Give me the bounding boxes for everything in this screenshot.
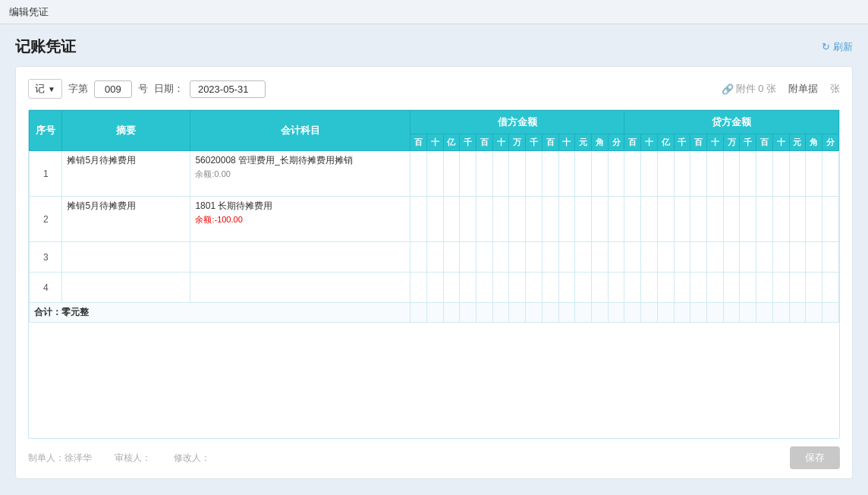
debit-cell-1-0[interactable] — [410, 197, 427, 242]
credit-cell-2-3[interactable] — [674, 242, 690, 273]
type-select-button[interactable]: 记 ▼ — [28, 79, 62, 99]
debit-cell-0-4[interactable] — [476, 151, 492, 197]
debit-cell-3-2[interactable] — [443, 273, 460, 303]
credit-cell-0-9[interactable] — [772, 151, 789, 197]
attach-single-label[interactable]: 附单据 — [788, 82, 818, 96]
debit-cell-0-6[interactable] — [509, 151, 526, 197]
credit-cell-2-10[interactable] — [789, 242, 806, 273]
debit-cell-2-7[interactable] — [526, 242, 542, 273]
credit-cell-3-9[interactable] — [772, 273, 789, 303]
debit-cell-0-9[interactable] — [558, 151, 575, 197]
debit-cell-2-9[interactable] — [558, 242, 575, 273]
debit-cell-2-5[interactable] — [492, 242, 509, 273]
credit-cell-1-3[interactable] — [674, 197, 690, 242]
debit-cell-3-0[interactable] — [410, 273, 427, 303]
debit-cell-0-2[interactable] — [443, 151, 460, 197]
debit-cell-2-3[interactable] — [460, 242, 476, 273]
account-cell-1[interactable]: 1801 长期待摊费用余额:-100.00 — [190, 197, 410, 242]
credit-cell-1-11[interactable] — [806, 197, 822, 242]
credit-cell-2-2[interactable] — [657, 242, 674, 273]
debit-cell-1-1[interactable] — [426, 197, 443, 242]
account-cell-2[interactable] — [190, 242, 410, 273]
debit-cell-2-12[interactable] — [608, 242, 624, 273]
attach-link[interactable]: 🔗 附件 0 张 — [722, 82, 776, 96]
debit-cell-1-7[interactable] — [526, 197, 542, 242]
debit-cell-3-11[interactable] — [591, 273, 608, 303]
debit-cell-3-7[interactable] — [526, 273, 542, 303]
credit-cell-1-2[interactable] — [657, 197, 674, 242]
debit-cell-2-1[interactable] — [426, 242, 443, 273]
debit-cell-3-1[interactable] — [426, 273, 443, 303]
credit-cell-0-4[interactable] — [690, 151, 707, 197]
debit-cell-3-4[interactable] — [476, 273, 492, 303]
account-cell-3[interactable] — [190, 273, 410, 303]
debit-cell-3-5[interactable] — [492, 273, 509, 303]
credit-cell-1-5[interactable] — [707, 197, 724, 242]
debit-cell-0-8[interactable] — [542, 151, 558, 197]
debit-cell-0-5[interactable] — [492, 151, 509, 197]
credit-cell-0-10[interactable] — [789, 151, 806, 197]
summary-cell-3[interactable] — [62, 273, 190, 303]
debit-cell-0-12[interactable] — [608, 151, 624, 197]
debit-cell-3-8[interactable] — [542, 273, 558, 303]
credit-cell-0-2[interactable] — [657, 151, 674, 197]
credit-cell-0-5[interactable] — [707, 151, 724, 197]
debit-cell-0-1[interactable] — [426, 151, 443, 197]
account-cell-0[interactable]: 56020008 管理费用_长期待摊费用摊销余额:0.00 — [190, 151, 410, 197]
debit-cell-2-6[interactable] — [509, 242, 526, 273]
credit-cell-0-12[interactable] — [822, 151, 839, 197]
debit-cell-2-2[interactable] — [443, 242, 460, 273]
credit-cell-1-7[interactable] — [740, 197, 756, 242]
debit-cell-1-10[interactable] — [575, 197, 592, 242]
debit-cell-1-11[interactable] — [591, 197, 608, 242]
credit-cell-3-0[interactable] — [624, 273, 641, 303]
credit-cell-3-12[interactable] — [822, 273, 839, 303]
credit-cell-3-1[interactable] — [641, 273, 658, 303]
credit-cell-2-4[interactable] — [690, 242, 707, 273]
credit-cell-3-7[interactable] — [740, 273, 756, 303]
credit-cell-1-6[interactable] — [723, 197, 740, 242]
debit-cell-0-0[interactable] — [410, 151, 427, 197]
summary-cell-0[interactable]: 摊销5月待摊费用 — [62, 151, 190, 197]
debit-cell-2-11[interactable] — [591, 242, 608, 273]
save-button[interactable]: 保存 — [790, 446, 840, 469]
credit-cell-1-1[interactable] — [641, 197, 658, 242]
date-field[interactable]: 2023-05-31 — [190, 80, 266, 98]
credit-cell-3-11[interactable] — [806, 273, 822, 303]
debit-cell-2-8[interactable] — [542, 242, 558, 273]
summary-cell-1[interactable]: 摊销5月待摊费用 — [62, 197, 190, 242]
debit-cell-0-10[interactable] — [575, 151, 592, 197]
debit-cell-1-2[interactable] — [443, 197, 460, 242]
credit-cell-2-7[interactable] — [740, 242, 756, 273]
credit-cell-2-9[interactable] — [772, 242, 789, 273]
debit-cell-1-4[interactable] — [476, 197, 492, 242]
debit-cell-1-5[interactable] — [492, 197, 509, 242]
credit-cell-1-8[interactable] — [756, 197, 773, 242]
debit-cell-0-11[interactable] — [591, 151, 608, 197]
refresh-button[interactable]: ↻ 刷新 — [822, 40, 853, 54]
credit-cell-2-6[interactable] — [723, 242, 740, 273]
credit-cell-0-11[interactable] — [806, 151, 822, 197]
credit-cell-3-3[interactable] — [674, 273, 690, 303]
credit-cell-0-7[interactable] — [740, 151, 756, 197]
debit-cell-2-0[interactable] — [410, 242, 427, 273]
debit-cell-3-6[interactable] — [509, 273, 526, 303]
debit-cell-1-6[interactable] — [509, 197, 526, 242]
zi-value-field[interactable]: 009 — [94, 80, 132, 98]
credit-cell-0-3[interactable] — [674, 151, 690, 197]
credit-cell-2-0[interactable] — [624, 242, 641, 273]
debit-cell-0-3[interactable] — [460, 151, 476, 197]
credit-cell-3-4[interactable] — [690, 273, 707, 303]
credit-cell-1-9[interactable] — [772, 197, 789, 242]
credit-cell-2-8[interactable] — [756, 242, 773, 273]
debit-cell-1-9[interactable] — [558, 197, 575, 242]
credit-cell-3-5[interactable] — [707, 273, 724, 303]
debit-cell-2-10[interactable] — [575, 242, 592, 273]
debit-cell-3-10[interactable] — [575, 273, 592, 303]
credit-cell-1-10[interactable] — [789, 197, 806, 242]
debit-cell-1-8[interactable] — [542, 197, 558, 242]
credit-cell-2-11[interactable] — [806, 242, 822, 273]
credit-cell-1-0[interactable] — [624, 197, 641, 242]
credit-cell-2-1[interactable] — [641, 242, 658, 273]
credit-cell-2-5[interactable] — [707, 242, 724, 273]
